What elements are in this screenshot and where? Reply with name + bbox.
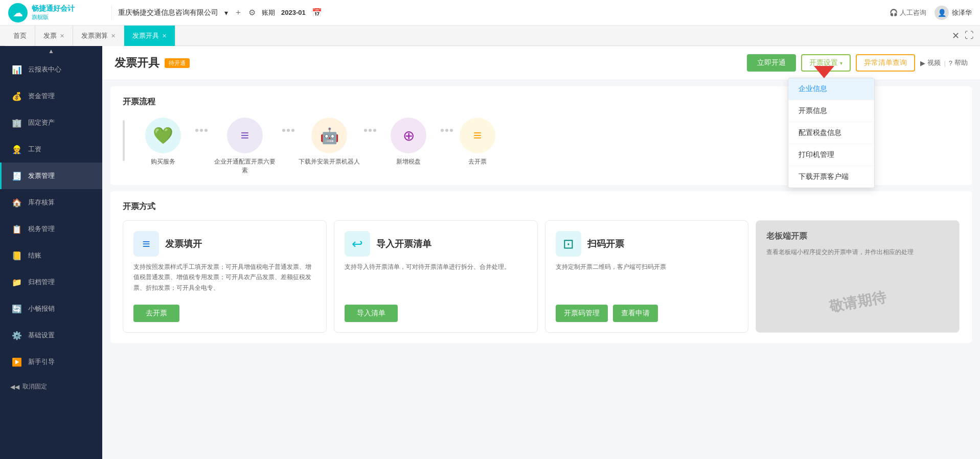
video-button[interactable]: ▶ 视频 | ? 帮助 bbox=[920, 58, 968, 67]
dropdown-item-printer[interactable]: 打印机管理 bbox=[788, 144, 874, 166]
method-card-boss: 老板端开票 查看老板端小程序提交的开票申请，并作出相应的处理 敬请期待 bbox=[756, 220, 960, 333]
qr-manage-button[interactable]: 开票码管理 bbox=[556, 305, 608, 322]
methods-section: 开票方式 ≡ 发票填开 支持按照发票样式手工填开发票；可开具增值税电子普通发票、… bbox=[110, 191, 972, 343]
logo-subtitle: 旗舰版 bbox=[32, 13, 75, 21]
import-name: 导入开票清单 bbox=[376, 238, 431, 250]
company-name: 重庆畅捷交通信息咨询有限公司 bbox=[118, 8, 218, 17]
boss-card-name: 老板端开票 bbox=[766, 231, 949, 242]
scan-name: 扫码开票 bbox=[587, 238, 624, 250]
sidebar-item-finance[interactable]: 💰 资金管理 bbox=[0, 83, 102, 109]
tab-issue-close[interactable]: ✕ bbox=[162, 33, 167, 39]
company-dropdown-icon[interactable]: ▾ bbox=[224, 9, 228, 17]
abnormal-button[interactable]: 异常清单查询 bbox=[856, 54, 915, 72]
payroll-icon: 👷 bbox=[12, 145, 22, 154]
dropdown-item-company[interactable]: 企业信息 bbox=[788, 78, 874, 100]
settings-sidebar-icon: ⚙️ bbox=[12, 331, 22, 340]
step3-icon: 🤖 bbox=[311, 118, 347, 153]
logo-text-area: 畅捷通好会计 旗舰版 bbox=[32, 4, 75, 21]
dropdown-item-invoice-info[interactable]: 开票信息 bbox=[788, 100, 874, 122]
method-card-import: ↩ 导入开票清单 支持导入待开票清单，可对待开票清单进行拆分、合并处理。 导入清… bbox=[334, 220, 538, 333]
sidebar-item-guide[interactable]: ▶️ 新手引导 bbox=[0, 349, 102, 375]
sidebar-item-reports[interactable]: 📊 云报表中心 bbox=[0, 56, 102, 83]
page-title: 发票开具 bbox=[115, 55, 159, 71]
step5-icon: ≡ bbox=[460, 118, 495, 153]
user-area[interactable]: 👤 徐泽华 bbox=[935, 6, 972, 20]
add-company-icon[interactable]: ＋ bbox=[234, 7, 242, 18]
calendar-icon[interactable]: 📅 bbox=[312, 8, 322, 17]
reports-icon: 📊 bbox=[12, 65, 22, 75]
red-arrow-indicator bbox=[814, 66, 834, 80]
sidebar-item-invoice[interactable]: 🧾 发票管理 bbox=[0, 163, 102, 189]
tax-icon: 📋 bbox=[12, 224, 22, 234]
step2-label: 企业开通配置开票六要素 bbox=[214, 157, 276, 175]
tab-invoice-calc[interactable]: 发票测算 ✕ bbox=[73, 26, 124, 46]
closing-icon: 📒 bbox=[12, 251, 22, 261]
inventory-icon: 🏠 bbox=[12, 198, 22, 208]
content-area: 发票开具 待开通 立即开通 开票设置 ▾ 异常清单查询 ▶ 视频 | ? 帮助 bbox=[102, 46, 980, 459]
sidebar-item-payroll[interactable]: 👷 工资 bbox=[0, 136, 102, 163]
tab-calc-close[interactable]: ✕ bbox=[111, 33, 116, 39]
sidebar: ▲ 📊 云报表中心 💰 资金管理 🏢 固定资产 👷 工资 🧾 发票管理 🏠 库存… bbox=[0, 46, 102, 459]
headset-icon: 🎧 bbox=[890, 9, 898, 16]
dropdown-item-tax-config[interactable]: 配置税盘信息 bbox=[788, 122, 874, 144]
invoice-icon: 🧾 bbox=[12, 171, 22, 181]
step3-label: 下载并安装开票机器人 bbox=[299, 157, 360, 166]
step2-icon: ≡ bbox=[227, 118, 263, 153]
import-button[interactable]: 导入清单 bbox=[345, 305, 398, 322]
period-label: 账期 bbox=[262, 8, 275, 17]
sidebar-item-closing[interactable]: 📒 结账 bbox=[0, 242, 102, 269]
sidebar-item-settings[interactable]: ⚙️ 基础设置 bbox=[0, 322, 102, 349]
assets-icon: 🏢 bbox=[12, 118, 22, 128]
import-icon: ↩ bbox=[345, 231, 370, 257]
avatar: 👤 bbox=[935, 6, 949, 20]
manual-desc: 支持按照发票样式手工填开发票；可开具增值税电子普通发票、增值税普通发票、增值税专… bbox=[133, 262, 316, 300]
period-value: 2023-01 bbox=[281, 9, 306, 16]
dropdown-item-download[interactable]: 下载开票客户端 bbox=[788, 166, 874, 188]
archive-icon: 📁 bbox=[12, 278, 22, 287]
import-desc: 支持导入待开票清单，可对待开票清单进行拆分、合并处理。 bbox=[345, 262, 527, 300]
step4-label: 新增税盘 bbox=[396, 157, 421, 166]
sidebar-item-tax[interactable]: 📋 税务管理 bbox=[0, 216, 102, 242]
flow-step-5: ≡ 去开票 bbox=[457, 118, 498, 166]
sidebar-bottom-action[interactable]: ◀◀ 取消固定 bbox=[0, 377, 102, 396]
guide-icon: ▶️ bbox=[12, 357, 22, 367]
close-window-icon[interactable]: ✕ bbox=[952, 30, 960, 41]
settings-icon[interactable]: ⚙ bbox=[248, 8, 256, 17]
step1-label: 购买服务 bbox=[151, 157, 175, 166]
manual-icon: ≡ bbox=[133, 231, 159, 257]
settings-dropdown: 企业信息 开票信息 配置税盘信息 打印机管理 下载开票客户端 bbox=[788, 78, 875, 188]
username: 徐泽华 bbox=[952, 8, 972, 17]
page-header: 发票开具 待开通 立即开通 开票设置 ▾ 异常清单查询 ▶ 视频 | ? 帮助 bbox=[102, 46, 980, 80]
sidebar-item-archive[interactable]: 📁 归档管理 bbox=[0, 269, 102, 295]
step5-label: 去开票 bbox=[468, 157, 487, 166]
flow-arrow-3 bbox=[360, 129, 380, 132]
tab-invoice-close[interactable]: ✕ bbox=[60, 33, 64, 39]
method-card-scan: ⊡ 扫码开票 支持定制开票二维码，客户端可扫码开票 开票码管理 查看申请 bbox=[545, 220, 749, 333]
consult-button[interactable]: 🎧 人工咨询 bbox=[890, 8, 926, 17]
scan-icon: ⊡ bbox=[556, 231, 581, 257]
flow-arrow-2 bbox=[278, 129, 299, 132]
step4-icon: ⊕ bbox=[391, 118, 426, 153]
maximize-icon[interactable]: ⛶ bbox=[965, 30, 974, 41]
scan-desc: 支持定制开票二维码，客户端可扫码开票 bbox=[556, 262, 738, 300]
svg-marker-0 bbox=[814, 66, 834, 78]
tab-home[interactable]: 首页 bbox=[5, 26, 35, 46]
flow-arrow-1 bbox=[191, 129, 212, 132]
flow-divider bbox=[123, 120, 125, 161]
sidebar-item-assets[interactable]: 🏢 固定资产 bbox=[0, 109, 102, 136]
status-badge: 待开通 bbox=[165, 58, 190, 68]
sidebar-item-expense[interactable]: 🔄 小畅报销 bbox=[0, 295, 102, 322]
play-icon: ▶ bbox=[920, 59, 925, 67]
sidebar-scroll-up[interactable]: ▲ bbox=[0, 46, 102, 56]
methods-title: 开票方式 bbox=[123, 201, 960, 212]
flow-step-3: 🤖 下载并安装开票机器人 bbox=[299, 118, 360, 166]
flow-step-4: ⊕ 新增税盘 bbox=[380, 118, 437, 166]
sidebar-item-inventory[interactable]: 🏠 库存核算 bbox=[0, 189, 102, 216]
view-apply-button[interactable]: 查看申请 bbox=[613, 305, 658, 322]
manual-go-button[interactable]: 去开票 bbox=[133, 305, 179, 322]
activate-button[interactable]: 立即开通 bbox=[747, 54, 796, 72]
tab-invoice[interactable]: 发票 ✕ bbox=[35, 26, 73, 46]
expense-icon: 🔄 bbox=[12, 304, 22, 314]
tab-invoice-issue[interactable]: 发票开具 ✕ bbox=[124, 26, 175, 46]
help-icon: ? bbox=[949, 59, 952, 67]
